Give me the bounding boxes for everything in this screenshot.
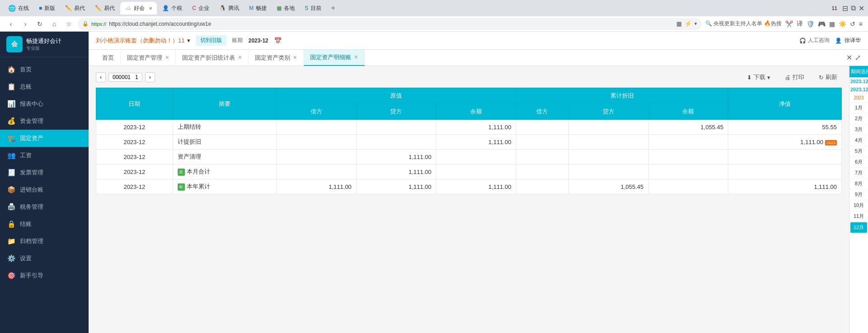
- help-btn[interactable]: 🎧 人工咨询: [799, 37, 830, 44]
- browser-tab-haokuai[interactable]: ☁️ 好会 ✕: [120, 2, 157, 14]
- sidebar-item-closing[interactable]: 🔒 结账: [0, 216, 89, 233]
- back-btn[interactable]: ‹: [5, 19, 16, 29]
- sidebar-item-funds[interactable]: 💰 资金管理: [0, 113, 89, 130]
- dropdown-icon[interactable]: ▾: [694, 21, 697, 27]
- menu-icon[interactable]: ≡: [859, 20, 863, 28]
- cell-orig-credit: 1,111.00: [356, 150, 436, 164]
- tab-fixed-asset-mgmt[interactable]: 固定资产管理 ✕: [121, 50, 176, 66]
- period-month-1[interactable]: 1月: [849, 103, 868, 113]
- period-month-6[interactable]: 6月: [849, 157, 868, 168]
- panel-expand-btn[interactable]: ⤢: [855, 53, 861, 62]
- bookmark-btn[interactable]: ☆: [63, 19, 74, 29]
- tab-close-ledger[interactable]: ✕: [354, 54, 358, 60]
- home-btn[interactable]: ⌂: [49, 19, 60, 29]
- browser-tab-yidai1[interactable]: ✏️ 易代: [61, 2, 90, 14]
- scissors-icon[interactable]: ✂️: [785, 20, 793, 28]
- browser-tab-qiye[interactable]: C 企业: [188, 2, 214, 14]
- period-month-3[interactable]: 3月: [849, 124, 868, 135]
- grid-icon[interactable]: ▦: [829, 20, 835, 28]
- sun-icon[interactable]: ☀️: [839, 20, 846, 28]
- col-net-value: 净值: [728, 88, 842, 120]
- next-page-btn[interactable]: ›: [145, 72, 155, 82]
- print-btn[interactable]: 🖨 打印: [780, 71, 809, 83]
- sidebar-item-settings[interactable]: ⚙️ 设置: [0, 250, 89, 267]
- sidebar-item-archive[interactable]: 📁 归档管理: [0, 233, 89, 250]
- period-month-7[interactable]: 7月: [849, 168, 868, 178]
- prev-page-btn[interactable]: ‹: [96, 72, 106, 82]
- print-icon: 🖨: [785, 74, 791, 81]
- tab-asset-ledger[interactable]: 固定资产明细账 ✕: [304, 50, 365, 66]
- sidebar-item-tax[interactable]: 🖨️ 税务管理: [0, 198, 89, 216]
- browser-restore[interactable]: ⧉: [851, 4, 856, 12]
- browser-tab-new[interactable]: ■ 新版: [34, 2, 60, 14]
- browser-tab-online[interactable]: 🌐 在线: [4, 2, 33, 14]
- sidebar-item-guide[interactable]: 🎯 新手引导: [0, 267, 89, 284]
- shield-icon[interactable]: 🛡️: [807, 20, 814, 28]
- qr-icon[interactable]: ▦: [676, 20, 682, 27]
- browser-new-tab-btn[interactable]: +: [327, 2, 340, 14]
- period-month-9[interactable]: 9月: [849, 189, 868, 200]
- browser-tab-gedi[interactable]: ▦ 各地: [272, 2, 299, 14]
- user-info[interactable]: 👤 徐译华: [835, 37, 861, 44]
- cell-net-value: 1,111.00: [728, 179, 842, 194]
- browser-tab-close-haokuai[interactable]: ✕: [149, 6, 152, 11]
- sidebar-item-general-ledger[interactable]: 📋 总账: [0, 78, 89, 95]
- period-month-11[interactable]: 11月: [849, 211, 868, 222]
- refresh-btn[interactable]: ↻: [34, 19, 45, 29]
- browser-tab-changjie[interactable]: M 畅捷: [245, 2, 271, 14]
- sidebar-item-invoice[interactable]: 🧾 发票管理: [0, 164, 89, 181]
- panel-close-btn[interactable]: ✕: [846, 53, 852, 62]
- period-month-12[interactable]: 12月: [850, 222, 867, 233]
- tab-home[interactable]: 首页: [96, 50, 121, 66]
- sidebar-item-stock[interactable]: 📦 进销台账: [0, 181, 89, 198]
- tab-close-fixed-asset-mgmt[interactable]: ✕: [165, 55, 169, 61]
- cell-acc-balance: [648, 135, 728, 150]
- cell-orig-credit: [356, 120, 436, 135]
- switch-version-btn[interactable]: 切到旧版: [196, 35, 226, 46]
- period-month-5[interactable]: 5月: [849, 146, 868, 157]
- sidebar-item-reports[interactable]: 📊 报表中心: [0, 95, 89, 113]
- forward-btn[interactable]: ›: [20, 19, 31, 29]
- settings-icon: ⚙️: [7, 254, 15, 263]
- game-icon[interactable]: 🎮: [818, 20, 826, 28]
- period-date-1[interactable]: 2023.12: [849, 77, 868, 85]
- toolbar-actions: ⬇ 下载 ▾ 🖨 打印 ↻ 刷新: [742, 71, 842, 83]
- address-bar[interactable]: 🔒 https:// https://cloud.chanjet.com/acc…: [78, 18, 702, 30]
- period-date-2[interactable]: 2023.12: [849, 85, 868, 94]
- translate-icon[interactable]: 译: [797, 20, 803, 28]
- history-icon[interactable]: ↺: [850, 20, 855, 28]
- sidebar-item-payroll[interactable]: 👥 工资: [0, 147, 89, 164]
- lightning-icon[interactable]: ⚡: [684, 20, 692, 27]
- cell-acc-balance: [648, 164, 728, 179]
- funds-icon: 💰: [7, 117, 15, 125]
- refresh-ledger-btn[interactable]: ↻ 刷新: [814, 71, 842, 83]
- calendar-icon[interactable]: 📅: [274, 37, 282, 44]
- tab-close-category[interactable]: ✕: [293, 55, 297, 61]
- browser-tab-geshui[interactable]: 👤 个税: [158, 2, 187, 14]
- browser-tab-yidai2[interactable]: ✏️ 易代: [90, 2, 119, 14]
- period-month-4[interactable]: 4月: [849, 135, 868, 146]
- browser-tab-tencent[interactable]: 🐧 腾讯: [215, 2, 244, 14]
- browser-tab-mianqian[interactable]: S 目前: [300, 2, 326, 14]
- period-month-8[interactable]: 8月: [849, 178, 868, 189]
- company-selector[interactable]: 刘小艳演示账套（勿删勿动！）11 ▾: [96, 37, 190, 45]
- payroll-icon: 👥: [7, 151, 15, 159]
- sidebar-item-home[interactable]: 🏠 首页: [0, 61, 89, 78]
- tab-asset-category[interactable]: 固定资产类别 ✕: [249, 50, 304, 66]
- table-row: 2023-12 上期结转 1,111.00 1,055.45 55.55: [96, 120, 842, 135]
- headset-icon: 🎧: [799, 38, 806, 44]
- period-month-2[interactable]: 2月: [849, 113, 868, 124]
- period-year[interactable]: 2023: [849, 94, 868, 103]
- download-dropdown[interactable]: ▾: [767, 74, 770, 81]
- tab-depreciation-stats[interactable]: 固定资产折旧统计表 ✕: [176, 50, 249, 66]
- browser-minimize[interactable]: ⊟: [842, 4, 848, 13]
- download-btn[interactable]: ⬇ 下载 ▾: [742, 71, 775, 83]
- closing-icon: 🔒: [7, 220, 15, 228]
- col-orig-credit: 贷方: [356, 104, 436, 120]
- sidebar-item-fixed-assets[interactable]: 🏗️ 固定资产: [0, 130, 89, 147]
- period-select-title: 期间选择: [849, 66, 868, 77]
- browser-close[interactable]: ✕: [859, 4, 864, 13]
- tab-close-depreciation[interactable]: ✕: [238, 55, 242, 61]
- cell-summary: 年本年累计: [173, 179, 276, 194]
- period-month-10[interactable]: 10月: [849, 200, 868, 211]
